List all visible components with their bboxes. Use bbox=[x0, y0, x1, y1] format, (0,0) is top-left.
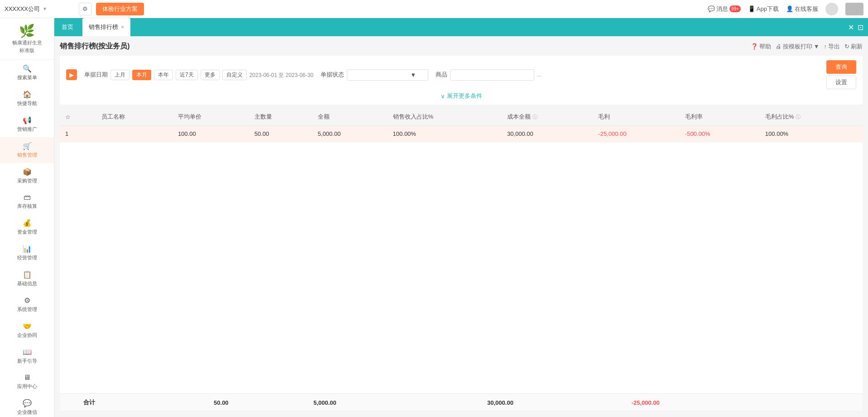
setting-button[interactable]: 设置 bbox=[826, 76, 856, 89]
cost-info-icon[interactable]: ⓘ bbox=[532, 114, 537, 120]
sidebar-item-marketing[interactable]: 📢 营销推广 bbox=[0, 111, 54, 137]
expand-more-btn[interactable]: ∨ 展开更多条件 bbox=[66, 92, 856, 100]
message-icon: 💬 bbox=[708, 5, 715, 12]
sidebar-label-operations: 经营管理 bbox=[17, 254, 37, 261]
status-select[interactable]: ▼ bbox=[347, 69, 428, 81]
table-body: 1 100.00 50.00 5,000.00 100.00% 30,000.0… bbox=[60, 126, 863, 142]
tab-minimize-icon[interactable]: ✕ bbox=[848, 23, 854, 32]
footer-amount: 5,000.00 bbox=[308, 394, 439, 412]
app-download-button[interactable]: 📱 App下载 bbox=[748, 5, 779, 13]
more-filter-icon[interactable]: ... bbox=[537, 72, 542, 78]
filter-bar: ▶ 单据日期 上月 本月 本年 近7天 更多 自定义 2023-06-01 至 … bbox=[60, 56, 863, 105]
goods-filter-group: 商品 ... bbox=[436, 69, 542, 81]
date-btn-custom[interactable]: 自定义 bbox=[222, 70, 247, 80]
footer-label: 合计 bbox=[78, 394, 166, 412]
appcenter-icon: 🖥 bbox=[24, 374, 31, 382]
cell-gross-pct: 100.00% bbox=[760, 126, 863, 142]
company-name: XXXXXX公司 bbox=[5, 5, 40, 13]
sidebar-item-basics[interactable]: 📋 基础信息 bbox=[0, 266, 54, 292]
date-btn-this-year[interactable]: 本年 bbox=[154, 70, 173, 80]
refresh-icon: ↻ bbox=[844, 43, 849, 50]
filter-row: ▶ 单据日期 上月 本月 本年 近7天 更多 自定义 2023-06-01 至 … bbox=[66, 60, 856, 89]
export-button[interactable]: ↑ 导出 bbox=[824, 43, 840, 51]
expand-down-icon: ∨ bbox=[441, 93, 445, 100]
sidebar-item-inventory[interactable]: 🗃 库存核算 bbox=[0, 189, 54, 214]
page-content: 销售排行榜(按业务员) ❓ 帮助 🖨 按模板打印 ▼ ↑ 导出 bbox=[54, 36, 868, 417]
table-row: 1 100.00 50.00 5,000.00 100.00% 30,000.0… bbox=[60, 126, 863, 142]
sidebar-item-wechat[interactable]: 💬 企业微信 bbox=[0, 394, 54, 417]
avatar[interactable] bbox=[825, 3, 838, 15]
tab-sales-ranking[interactable]: 销售排行榜 × bbox=[82, 18, 130, 36]
sidebar-label-marketing: 营销推广 bbox=[17, 126, 37, 133]
date-btn-last-month[interactable]: 上月 bbox=[110, 70, 129, 80]
table-footer-table: 合计 50.00 5,000.00 30,000.00 -25,000.00 bbox=[60, 393, 863, 412]
sidebar-item-collab[interactable]: 🤝 企业协同 bbox=[0, 317, 54, 343]
tab-close-icon[interactable]: × bbox=[121, 24, 124, 30]
status-filter-group: 单据状态 ▼ bbox=[321, 69, 428, 81]
logo-version: 标准版 bbox=[19, 47, 34, 54]
page-header: 销售排行榜(按业务员) ❓ 帮助 🖨 按模板打印 ▼ ↑ 导出 bbox=[60, 42, 863, 51]
sidebar-label-finance: 资金管理 bbox=[17, 229, 37, 235]
top-bar-right: 💬 消息 99+ 📱 App下载 👤 在线客服 bbox=[708, 3, 863, 15]
filter-toggle-arrow[interactable]: ▶ bbox=[66, 69, 77, 80]
refresh-button[interactable]: ↻ 刷新 bbox=[844, 43, 863, 51]
goods-filter-label: 商品 bbox=[436, 71, 447, 79]
col-avg-price: 平均单价 bbox=[173, 108, 249, 126]
cell-avg-price: 100.00 bbox=[173, 126, 249, 142]
guide-icon: 📖 bbox=[23, 348, 32, 356]
sidebar-label-collab: 企业协同 bbox=[17, 332, 37, 339]
col-gross-profit: 毛利 bbox=[593, 108, 680, 126]
cell-name bbox=[96, 126, 173, 142]
message-button[interactable]: 💬 消息 99+ bbox=[708, 5, 741, 13]
basics-icon: 📋 bbox=[23, 270, 32, 279]
date-btn-more[interactable]: 更多 bbox=[201, 70, 220, 80]
date-filter-group: 单据日期 上月 本月 本年 近7天 更多 自定义 2023-06-01 至 20… bbox=[84, 70, 313, 80]
sidebar-label-appcenter: 应用中心 bbox=[17, 383, 37, 390]
logo-icon: 🌿 bbox=[19, 24, 35, 38]
sidebar-label-wechat: 企业微信 bbox=[17, 409, 37, 416]
main-layout: 🌿 畅康通好生意 标准版 🔍 搜索菜单 🏠 快捷导航 📢 营销推广 🛒 销售管理… bbox=[0, 18, 868, 417]
sidebar-label-basics: 基础信息 bbox=[17, 280, 37, 287]
cell-amount: 5,000.00 bbox=[312, 126, 388, 142]
table-footer-wrap: 合计 50.00 5,000.00 30,000.00 -25,000.00 bbox=[60, 393, 863, 412]
sidebar-item-finance[interactable]: 💰 资金管理 bbox=[0, 214, 54, 240]
settings-icon[interactable]: ⚙ bbox=[79, 3, 91, 15]
sidebar-item-nav[interactable]: 🏠 快捷导航 bbox=[0, 86, 54, 111]
search-button[interactable]: 查询 bbox=[826, 60, 856, 74]
date-btn-this-month[interactable]: 本月 bbox=[132, 70, 151, 80]
help-button[interactable]: ❓ 帮助 bbox=[751, 43, 771, 51]
sidebar-item-search[interactable]: 🔍 搜索菜单 bbox=[0, 60, 54, 86]
sidebar-item-guide[interactable]: 📖 新手引导 bbox=[0, 343, 54, 369]
footer-row: 合计 50.00 5,000.00 30,000.00 -25,000.00 bbox=[60, 394, 863, 412]
company-selector[interactable]: XXXXXX公司 ▼ bbox=[5, 5, 77, 13]
sidebar-item-operations[interactable]: 📊 经营管理 bbox=[0, 240, 54, 266]
help-icon: ❓ bbox=[751, 43, 758, 50]
date-filter-label: 单据日期 bbox=[84, 71, 108, 79]
col-rank: ☆ bbox=[60, 108, 96, 126]
table-header-row: ☆ 员工名称 平均单价 主数量 全额 销售收入占比% 成本全额 ⓘ bbox=[60, 108, 863, 126]
sidebar-item-sales[interactable]: 🛒 销售管理 bbox=[0, 137, 54, 163]
table-footer: 合计 50.00 5,000.00 30,000.00 -25,000.00 bbox=[60, 394, 863, 412]
logo-subtext: 畅康通好生意 bbox=[12, 39, 42, 46]
date-btn-7days[interactable]: 近7天 bbox=[176, 70, 198, 80]
date-range-display: 2023-06-01 至 2023-06-30 bbox=[249, 72, 313, 79]
print-icon: 🖨 bbox=[776, 43, 782, 50]
tab-maximize-icon[interactable]: ⊡ bbox=[858, 23, 863, 32]
content-area: 首页 销售排行榜 × ✕ ⊡ 销售排行榜(按业务员) ❓ 帮助 bbox=[54, 18, 868, 417]
col-cost-amount: 成本全额 ⓘ bbox=[502, 108, 593, 126]
trial-button[interactable]: 体验行业方案 bbox=[96, 3, 144, 15]
tab-home[interactable]: 首页 bbox=[54, 18, 81, 36]
sidebar-item-purchase[interactable]: 📦 采购管理 bbox=[0, 163, 54, 189]
template-print-button[interactable]: 🖨 按模板打印 ▼ bbox=[776, 43, 820, 51]
sidebar-item-appcenter[interactable]: 🖥 应用中心 bbox=[0, 369, 54, 394]
sidebar-item-system[interactable]: ⚙ 系统管理 bbox=[0, 292, 54, 317]
goods-filter-input[interactable] bbox=[450, 69, 534, 81]
col-gross-rate: 毛利率 bbox=[680, 108, 760, 126]
online-service-button[interactable]: 👤 在线客服 bbox=[786, 5, 818, 13]
message-label: 消息 bbox=[716, 5, 728, 13]
cell-gross-profit: -25,000.00 bbox=[593, 126, 680, 142]
home-icon: 🏠 bbox=[23, 90, 32, 99]
gross-pct-info-icon[interactable]: ⓘ bbox=[796, 114, 801, 120]
table-header: ☆ 员工名称 平均单价 主数量 全额 销售收入占比% 成本全额 ⓘ bbox=[60, 108, 863, 126]
tab-label: 销售排行榜 bbox=[89, 23, 118, 31]
